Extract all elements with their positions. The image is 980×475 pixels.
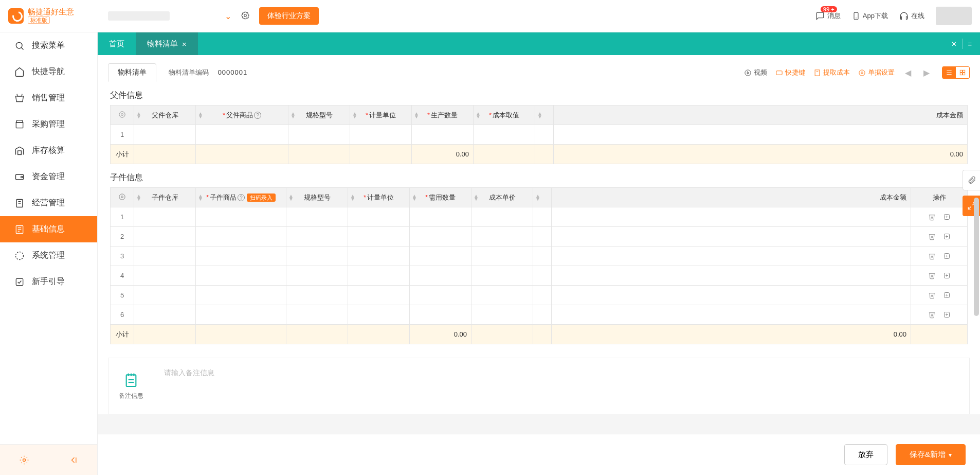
svg-rect-22	[776, 71, 782, 75]
svg-point-37	[119, 193, 125, 199]
help-icon[interactable]: ?	[254, 112, 261, 119]
col-child-amount[interactable]: 成本金额	[552, 188, 911, 207]
app-download-button[interactable]: App下载	[852, 11, 888, 21]
company-select[interactable]: ⌄	[108, 11, 231, 21]
svg-line-63	[968, 207, 971, 209]
footer: 放弃 保存&新增 ▾	[98, 434, 980, 475]
online-support-button[interactable]: 在线	[899, 11, 924, 21]
list-view-button[interactable]	[942, 67, 956, 78]
svg-point-16	[16, 252, 24, 259]
discard-button[interactable]: 放弃	[844, 444, 887, 465]
settings-icon[interactable]	[19, 455, 29, 465]
card-view-button[interactable]	[956, 67, 969, 78]
sidebar-item-purchase-mgmt[interactable]: 采购管理	[0, 111, 97, 137]
table-row[interactable]: 1	[111, 207, 968, 227]
child-subtotal-amount: 0.00	[552, 325, 911, 344]
column-settings-button[interactable]	[111, 105, 134, 125]
page-tab[interactable]: 物料清单	[108, 63, 156, 82]
close-icon[interactable]: ×	[182, 40, 187, 48]
parent-subtotal-qty: 0.00	[412, 145, 474, 164]
column-settings-button[interactable]	[111, 188, 134, 207]
delete-icon[interactable]	[928, 233, 936, 240]
add-row-icon[interactable]	[943, 291, 951, 299]
add-row-icon[interactable]	[943, 252, 951, 260]
gear-icon[interactable]	[241, 11, 250, 22]
remark-input[interactable]	[164, 368, 959, 377]
sidebar-item-label: 库存核算	[32, 145, 65, 156]
sidebar-item-sales-mgmt[interactable]: 销售管理	[0, 85, 97, 111]
row-ops	[911, 266, 968, 286]
panel-header: 物料清单 物料清单编码 0000001 视频	[98, 55, 980, 87]
table-row[interactable]: 3	[111, 247, 968, 266]
child-table-wrap: ▲▼子件仓库 ▲▼*子件商品?扫码录入 ▲▼规格型号 ▲▼*计量单位 ▲▼*需用…	[98, 187, 980, 344]
col-parent-cost-source[interactable]: ▲▼*成本取值	[474, 105, 535, 125]
delete-icon[interactable]	[928, 272, 936, 279]
parent-table: ▲▼父件仓库 ▲▼*父件商品? ▲▼规格型号 ▲▼*计量单位 ▲▼*生产数量 ▲…	[110, 105, 968, 164]
col-child-spec[interactable]: ▲▼规格型号	[286, 188, 348, 207]
close-all-icon[interactable]: ✕	[951, 40, 957, 48]
main: 首页 物料清单 × ✕ ≡ 物料清单 物料清单编码	[98, 32, 980, 475]
col-parent-qty[interactable]: ▲▼*生产数量	[412, 105, 474, 125]
add-row-icon[interactable]	[943, 213, 951, 221]
scan-entry-button[interactable]: 扫码录入	[247, 193, 276, 202]
col-child-item[interactable]: ▲▼*子件商品?扫码录入	[196, 188, 286, 207]
add-row-icon[interactable]	[943, 233, 951, 240]
table-row[interactable]: 4	[111, 266, 968, 286]
col-child-unit[interactable]: ▲▼*计量单位	[348, 188, 410, 207]
svg-rect-56	[126, 375, 136, 386]
header-tools: 视频 快捷键 提取成本	[744, 66, 970, 79]
doc-code-value: 0000001	[218, 68, 248, 76]
sidebar-item-search-menu[interactable]: 搜索菜单	[0, 32, 97, 59]
svg-rect-30	[960, 70, 962, 72]
save-new-button[interactable]: 保存&新增 ▾	[896, 444, 966, 465]
sidebar-item-fund-mgmt[interactable]: 资金管理	[0, 164, 97, 190]
extract-cost-button[interactable]: 提取成本	[813, 68, 850, 77]
tab-home[interactable]: 首页	[98, 32, 136, 55]
delete-icon[interactable]	[928, 291, 936, 299]
sidebar-item-quick-nav[interactable]: 快捷导航	[0, 59, 97, 85]
messages-button[interactable]: 99 + 消息	[815, 11, 841, 21]
sidebar-item-label: 经营管理	[32, 198, 65, 208]
sidebar-item-system-mgmt[interactable]: 系统管理	[0, 242, 97, 269]
avatar[interactable]	[936, 7, 972, 25]
col-parent-item[interactable]: ▲▼*父件商品?	[196, 105, 288, 125]
sidebar-item-operation-mgmt[interactable]: 经营管理	[0, 190, 97, 216]
video-button[interactable]: 视频	[744, 68, 767, 77]
row-ops	[911, 247, 968, 266]
svg-point-36	[121, 196, 123, 198]
add-row-icon[interactable]	[943, 272, 951, 279]
delete-icon[interactable]	[928, 252, 936, 260]
col-child-warehouse[interactable]: ▲▼子件仓库	[134, 188, 196, 207]
help-icon[interactable]: ?	[238, 194, 245, 201]
scrollbar[interactable]	[974, 198, 979, 316]
table-row[interactable]: 6	[111, 305, 968, 325]
next-doc-button[interactable]: ▶	[921, 68, 932, 78]
svg-marker-21	[747, 72, 749, 74]
collapse-icon[interactable]	[68, 455, 78, 465]
col-child-unit-cost[interactable]: ▲▼成本单价	[471, 188, 533, 207]
col-child-qty[interactable]: ▲▼*需用数量	[410, 188, 471, 207]
child-section-title: 子件信息	[98, 169, 980, 187]
col-parent-spec[interactable]: ▲▼规格型号	[288, 105, 350, 125]
delete-icon[interactable]	[928, 213, 936, 221]
solution-button[interactable]: 体验行业方案	[259, 7, 319, 25]
col-parent-unit[interactable]: ▲▼*计量单位	[350, 105, 412, 125]
prev-doc-button[interactable]: ◀	[903, 68, 913, 78]
sidebar-item-inventory-cost[interactable]: 库存核算	[0, 137, 97, 164]
sidebar-item-newbie-guide[interactable]: 新手引导	[0, 269, 97, 295]
sidebar-item-label: 资金管理	[32, 171, 65, 182]
tabbar-menu-icon[interactable]: ≡	[968, 40, 972, 48]
sidebar-item-basic-info[interactable]: 基础信息	[0, 216, 97, 242]
table-row[interactable]: 5	[111, 286, 968, 305]
shortcut-button[interactable]: 快捷键	[775, 68, 805, 77]
delete-icon[interactable]	[928, 311, 936, 319]
add-row-icon[interactable]	[943, 311, 951, 319]
table-row[interactable]: 2	[111, 227, 968, 247]
attachment-button[interactable]	[963, 170, 980, 190]
col-parent-warehouse[interactable]: ▲▼父件仓库	[134, 105, 196, 125]
tab-bom[interactable]: 物料清单 ×	[136, 32, 198, 55]
col-parent-amount[interactable]: 成本金额	[554, 105, 968, 125]
doc-settings-button[interactable]: 单据设置	[858, 68, 895, 77]
svg-line-4	[21, 47, 23, 49]
table-row[interactable]: 1	[111, 125, 968, 145]
